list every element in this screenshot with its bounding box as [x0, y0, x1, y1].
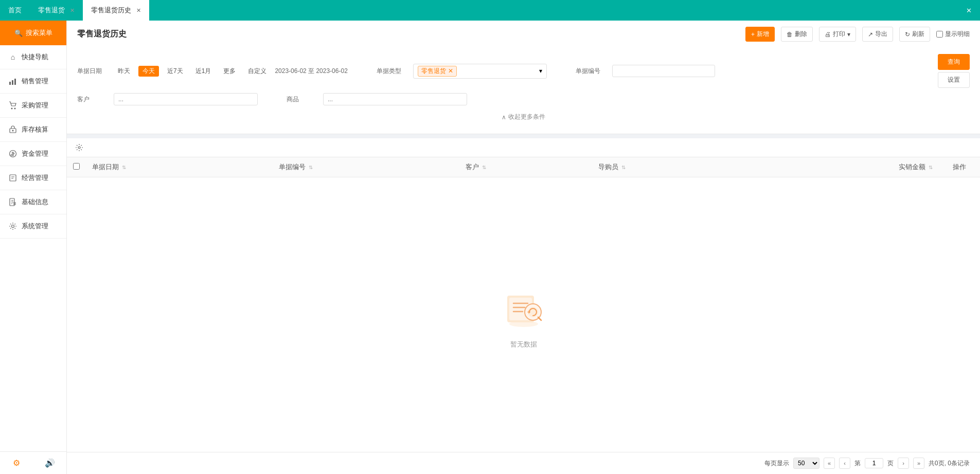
sidebar-item-quick-nav[interactable]: ⌂ 快捷导航 — [0, 45, 66, 69]
doc-type-label: 单据类型 — [377, 67, 405, 76]
tab-home-label: 首页 — [8, 6, 22, 15]
empty-icon — [498, 280, 549, 332]
svg-point-3 — [11, 108, 13, 110]
tab-retail-return-history-close[interactable]: ✕ — [136, 7, 141, 14]
date-range-display: 2023-06-02 至 2023-06-02 — [275, 67, 347, 76]
plus-icon: + — [751, 31, 755, 38]
table-column-settings-icon[interactable] — [73, 141, 85, 154]
pagination-bar: 每页显示 50 10 20 100 « ‹ 第 页 › » 共0页, 0条记录 — [67, 452, 980, 474]
window-close-btn[interactable]: ✕ — [966, 7, 980, 14]
th-guide-label: 导购员 — [598, 163, 618, 171]
print-btn-label: 打印 — [833, 30, 845, 39]
operations-icon — [8, 173, 17, 183]
query-btn[interactable]: 查询 — [938, 54, 970, 70]
last-page-btn[interactable]: » — [913, 458, 924, 469]
tab-retail-return-history[interactable]: 零售退货历史 ✕ — [83, 0, 149, 21]
svg-point-4 — [14, 108, 16, 110]
sidebar-item-operations[interactable]: 经营管理 — [0, 166, 66, 190]
empty-text: 暂无数据 — [510, 340, 537, 349]
next-page-btn[interactable]: › — [898, 458, 909, 469]
sidebar-item-system-mgmt[interactable]: 系统管理 — [0, 214, 66, 239]
th-amount-label: 实销金额 — [899, 163, 925, 171]
new-btn[interactable]: + 新增 — [745, 27, 775, 42]
filter-settings-btn[interactable]: 设置 — [938, 72, 970, 88]
filter-area: 单据日期 昨天 今天 近7天 近1月 更多 自定义 2023-06-02 至 2… — [77, 48, 970, 134]
doc-type-tag-close[interactable]: ✕ — [448, 67, 453, 75]
export-icon: ↗ — [868, 31, 873, 38]
th-number[interactable]: 单据编号 ⇅ — [273, 157, 459, 177]
purchase-icon — [8, 101, 17, 110]
sidebar-settings-btn[interactable]: ⚙ — [0, 452, 33, 474]
guide-sort-icon: ⇅ — [621, 165, 626, 170]
display-columns-checkbox[interactable] — [936, 31, 943, 38]
content-wrapper: 单据日期 ⇅ 单据编号 ⇅ 客户 ⇅ — [67, 134, 980, 474]
sidebar-bottom: ⚙ 🔊 — [0, 451, 66, 474]
delete-icon: 🗑 — [787, 31, 793, 38]
date-btn-more[interactable]: 更多 — [219, 66, 240, 77]
tab-home[interactable]: 首页 — [0, 0, 30, 21]
first-page-btn[interactable]: « — [824, 458, 835, 469]
sidebar-item-basic-info[interactable]: 基础信息 — [0, 190, 66, 214]
th-guide[interactable]: 导购员 ⇅ — [592, 157, 752, 177]
filter-settings-label: 设置 — [948, 76, 960, 84]
date-btn-yesterday[interactable]: 昨天 — [114, 66, 134, 77]
sidebar-item-basic-info-label: 基础信息 — [22, 197, 48, 207]
doc-number-input[interactable] — [612, 65, 715, 77]
page-label-post: 页 — [887, 459, 894, 468]
svg-rect-2 — [14, 79, 16, 85]
sidebar-item-purchase-mgmt[interactable]: 采购管理 — [0, 94, 66, 118]
tab-retail-return-label: 零售退货 — [38, 6, 65, 15]
export-btn[interactable]: ↗ 导出 — [862, 27, 893, 42]
th-date-label: 单据日期 — [92, 163, 119, 171]
date-filters: 昨天 今天 近7天 近1月 更多 自定义 2023-06-02 至 2023-0… — [114, 66, 348, 77]
tab-retail-return-close[interactable]: ✕ — [70, 7, 75, 14]
goods-input[interactable] — [323, 93, 467, 105]
date-btn-custom[interactable]: 自定义 — [244, 66, 271, 77]
search-icon: 🔍 — [14, 29, 23, 37]
date-btn-7days[interactable]: 近7天 — [163, 66, 187, 77]
page-size-select[interactable]: 50 10 20 100 — [793, 458, 819, 469]
basic-info-icon — [8, 197, 17, 207]
filter-row-2: 客户 商品 — [77, 93, 970, 105]
th-customer[interactable]: 客户 ⇅ — [459, 157, 592, 177]
empty-state: 暂无数据 — [67, 177, 980, 452]
delete-btn[interactable]: 🗑 删除 — [781, 27, 813, 42]
delete-btn-label: 删除 — [795, 30, 807, 39]
select-all-checkbox[interactable] — [73, 163, 80, 170]
inventory-icon — [8, 125, 17, 134]
customer-input[interactable] — [114, 93, 258, 105]
sidebar-search[interactable]: 🔍 搜索菜单 — [0, 21, 66, 45]
date-btn-today[interactable]: 今天 — [138, 66, 159, 77]
sidebar-item-sales-mgmt[interactable]: 销售管理 — [0, 69, 66, 94]
svg-rect-0 — [9, 82, 11, 85]
page-num-input[interactable] — [865, 458, 883, 468]
data-table: 单据日期 ⇅ 单据编号 ⇅ 客户 ⇅ — [67, 157, 980, 177]
doc-type-tag-label: 零售退货 — [421, 67, 446, 76]
collapse-bar[interactable]: ∧ 收起更多条件 — [77, 111, 970, 127]
prev-page-btn[interactable]: ‹ — [839, 458, 850, 469]
goods-filter-label: 商品 — [287, 95, 315, 104]
tab-retail-return[interactable]: 零售退货 ✕ — [30, 0, 83, 21]
date-btn-1month[interactable]: 近1月 — [191, 66, 216, 77]
page-header: 零售退货历史 + 新增 🗑 删除 🖨 打印 ▾ — [67, 21, 980, 134]
sidebar-item-inventory[interactable]: 库存核算 — [0, 118, 66, 142]
sidebar-search-label: 搜索菜单 — [26, 28, 52, 38]
display-columns-label: 显示明细 — [945, 30, 970, 39]
th-actions-label: 操作 — [953, 163, 966, 171]
doc-type-select[interactable]: 零售退货 ✕ ▾ — [413, 64, 547, 79]
date-sort-icon: ⇅ — [122, 165, 126, 170]
display-columns-toggle[interactable]: 显示明细 — [936, 30, 970, 39]
sidebar-volume-btn[interactable]: 🔊 — [33, 452, 67, 474]
print-btn[interactable]: 🖨 打印 ▾ — [819, 27, 856, 42]
th-checkbox — [67, 157, 86, 177]
refresh-btn[interactable]: ↻ 刷新 — [899, 27, 930, 42]
sidebar-item-purchase-label: 采购管理 — [22, 101, 48, 110]
customer-sort-icon: ⇅ — [482, 165, 486, 170]
page-label-pre: 第 — [854, 459, 861, 468]
sidebar-item-finance[interactable]: 资金管理 — [0, 142, 66, 166]
system-icon — [8, 222, 17, 231]
th-date[interactable]: 单据日期 ⇅ — [86, 157, 273, 177]
sidebar-item-operations-label: 经营管理 — [22, 173, 48, 183]
th-amount[interactable]: 实销金额 ⇅ — [752, 157, 939, 177]
main-layout: 🔍 搜索菜单 ⌂ 快捷导航 销售管理 采购管理 库存核算 — [0, 21, 980, 474]
